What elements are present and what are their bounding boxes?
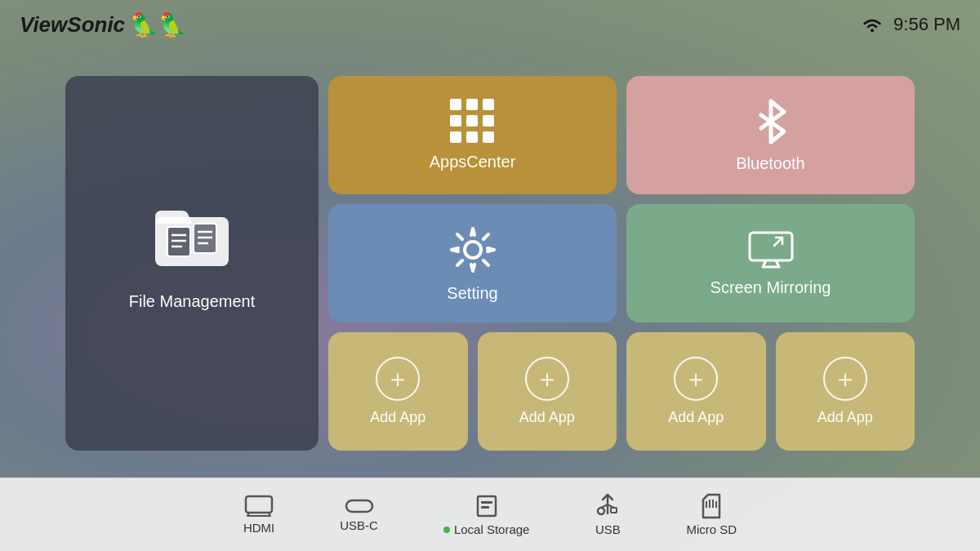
bottom-item-usb[interactable]: USB <box>595 493 621 536</box>
add-app-2-label: Add App <box>519 409 575 426</box>
svg-rect-12 <box>246 496 272 513</box>
tile-screen-mirroring[interactable]: Screen Mirroring <box>626 204 915 322</box>
local-storage-icon <box>474 493 499 519</box>
hdmi-label: HDMI <box>243 521 274 535</box>
tile-file-management[interactable]: File Management <box>65 76 318 451</box>
apps-center-label: AppsCenter <box>430 153 516 171</box>
usb-icon <box>595 493 621 519</box>
tile-add-app-4[interactable]: ＋ Add App <box>776 332 915 451</box>
bluetooth-icon <box>750 97 792 146</box>
tile-add-app-1[interactable]: ＋ Add App <box>328 332 468 451</box>
header: ViewSonic 🦜🦜 9:56 PM <box>0 0 980 49</box>
time-display: 9:56 PM <box>893 14 960 35</box>
logo-birds-icon: 🦜🦜 <box>130 11 187 38</box>
setting-icon <box>447 224 499 276</box>
tile-add-app-2[interactable]: ＋ Add App <box>478 332 617 451</box>
logo-text: ViewSonic <box>20 12 125 38</box>
svg-rect-11 <box>750 233 792 260</box>
header-right: 9:56 PM <box>861 14 960 35</box>
bluetooth-label: Bluetooth <box>736 154 805 173</box>
svg-rect-20 <box>611 508 617 513</box>
screen-mirroring-icon <box>746 229 795 270</box>
add-app-row: ＋ Add App ＋ Add App ＋ Add App ＋ Add App <box>328 332 915 451</box>
micro-sd-icon <box>700 493 723 519</box>
file-management-label: File Management <box>129 292 256 311</box>
svg-point-18 <box>598 508 604 514</box>
add-app-4-icon: ＋ <box>823 357 867 401</box>
right-grid: AppsCenter Bluetooth <box>328 76 915 451</box>
usb-label: USB <box>595 522 621 536</box>
tile-bluetooth[interactable]: Bluetooth <box>626 76 915 194</box>
svg-rect-16 <box>481 506 489 509</box>
add-app-4-label: Add App <box>817 409 873 426</box>
add-app-3-icon: ＋ <box>674 357 718 401</box>
svg-rect-13 <box>346 500 372 512</box>
svg-rect-15 <box>481 501 492 504</box>
setting-label: Setting <box>447 284 497 303</box>
add-app-3-label: Add App <box>668 409 724 426</box>
bottom-item-micro-sd[interactable]: Micro SD <box>686 493 737 536</box>
usbc-icon <box>345 497 374 515</box>
app-grid: File Management <box>65 76 915 451</box>
svg-point-10 <box>465 242 481 258</box>
local-storage-label: Local Storage <box>443 522 530 536</box>
usbc-label: USB-C <box>340 518 378 532</box>
screen-mirroring-label: Screen Mirroring <box>710 278 831 297</box>
logo: ViewSonic 🦜🦜 <box>20 11 187 38</box>
micro-sd-label: Micro SD <box>686 522 737 536</box>
local-storage-dot <box>443 527 450 533</box>
apps-center-icon <box>450 99 496 144</box>
bottom-item-hdmi[interactable]: HDMI <box>243 495 274 535</box>
file-management-icon <box>151 193 233 274</box>
bottom-bar: HDMI USB-C Local Storage <box>0 478 980 551</box>
add-app-1-label: Add App <box>370 409 425 426</box>
add-app-2-icon: ＋ <box>525 357 569 401</box>
main-content: File Management <box>0 49 980 478</box>
tile-add-app-3[interactable]: ＋ Add App <box>626 332 766 451</box>
bottom-item-usbc[interactable]: USB-C <box>340 497 378 532</box>
add-app-1-icon: ＋ <box>376 357 420 401</box>
svg-point-0 <box>871 29 874 33</box>
bottom-item-local-storage[interactable]: Local Storage <box>443 493 530 536</box>
svg-rect-1 <box>155 217 229 266</box>
hdmi-icon <box>244 495 274 518</box>
tile-apps-center[interactable]: AppsCenter <box>328 76 617 194</box>
tile-setting[interactable]: Setting <box>328 204 617 322</box>
wifi-icon <box>861 16 884 33</box>
